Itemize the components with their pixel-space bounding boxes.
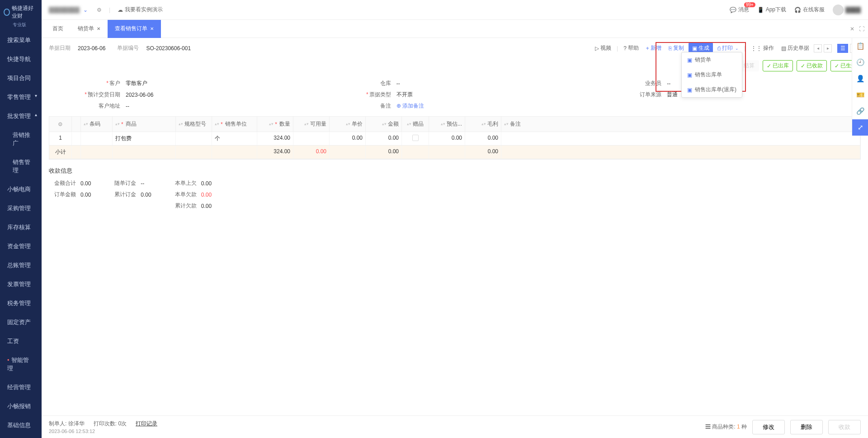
fullscreen-icon[interactable]: ⛶ xyxy=(859,26,864,32)
user-menu[interactable]: ████ xyxy=(833,5,861,15)
subtotal-profit: 0.00 xyxy=(465,146,501,159)
cell-price: 0.00 xyxy=(330,132,366,145)
col-spec[interactable]: ▴▾规格型号 xyxy=(176,117,212,132)
badge-outbound: ✓已出库 xyxy=(763,60,793,71)
check-icon: ✓ xyxy=(835,63,839,69)
col-remark[interactable]: ▴▾备注 xyxy=(501,117,860,132)
close-icon[interactable]: ✕ xyxy=(150,26,154,31)
nav-wholesale[interactable]: 批发管理 xyxy=(0,107,42,126)
nav-assets[interactable]: 固定资产 xyxy=(0,313,42,332)
nav-finance[interactable]: 资金管理 xyxy=(0,237,42,256)
customer-service[interactable]: 🎧 在线客服 xyxy=(794,6,825,14)
nav-ledger[interactable]: 总账管理 xyxy=(0,256,42,275)
gen-item-sales-doc[interactable]: ▣销货单 xyxy=(682,52,742,67)
prev-button[interactable]: ◂ xyxy=(814,44,822,52)
nav-sales-mgmt[interactable]: 销售管理 xyxy=(0,153,42,180)
col-barcode[interactable]: ▴▾条码 xyxy=(81,117,113,132)
col-price[interactable]: ▴▾单价 xyxy=(330,117,366,132)
company-name: ████████ xyxy=(49,7,80,13)
nav-inventory[interactable]: 库存核算 xyxy=(0,218,42,237)
messages-button[interactable]: 💬 消息 99+ xyxy=(730,6,749,14)
cum-owe-value: 0.00 xyxy=(201,203,212,209)
app-download[interactable]: 📱 App下载 xyxy=(757,6,786,14)
rail-person-icon[interactable]: 👤 xyxy=(852,71,868,87)
col-amount[interactable]: ▴▾金额 xyxy=(366,117,402,132)
payment-title: 收款信息 xyxy=(49,167,861,175)
company-selector[interactable]: ████████ ⌄ ⚙ xyxy=(49,7,102,13)
history-button[interactable]: ▤历史单据 xyxy=(778,42,812,54)
plus-circle-icon: ⊕ xyxy=(396,103,401,109)
close-all-icon[interactable]: ✕ xyxy=(850,26,854,32)
nav-purchase[interactable]: 采购管理 xyxy=(0,199,42,218)
nav-project[interactable]: 项目合同 xyxy=(0,69,42,88)
nav-expense[interactable]: 小畅报销 xyxy=(0,397,42,416)
new-button[interactable]: +新增 xyxy=(643,42,664,54)
source-value: 普通 xyxy=(667,91,678,99)
edit-button[interactable]: 修改 xyxy=(752,420,785,434)
collect-button[interactable]: 收款 xyxy=(828,420,861,434)
cum-deposit-label: 累计订金 xyxy=(109,191,141,198)
rail-link-icon[interactable]: 🔗 xyxy=(852,103,868,119)
this-owe-value: 0.00 xyxy=(201,192,212,198)
col-qty[interactable]: ▴▾*数量 xyxy=(257,117,293,132)
add-remark-link[interactable]: ⊕添加备注 xyxy=(396,102,424,110)
col-unit[interactable]: ▴▾*销售单位 xyxy=(212,117,257,132)
help-link[interactable]: ?帮助 xyxy=(621,42,642,54)
nav-smart[interactable]: 智能管理 xyxy=(0,351,42,378)
nav-tax[interactable]: 税务管理 xyxy=(0,294,42,313)
col-product[interactable]: ▴▾*商品 xyxy=(113,117,176,132)
nav-quick[interactable]: 快捷导航 xyxy=(0,50,42,69)
warehouse-value: -- xyxy=(396,80,400,87)
tab-sales-doc[interactable]: 销货单✕ xyxy=(71,20,108,38)
next-button[interactable]: ▸ xyxy=(824,44,832,52)
copy-icon: ⎘ xyxy=(669,45,672,52)
nav-marketing[interactable]: 营销推广 xyxy=(0,126,42,153)
tab-view-sales-order[interactable]: 查看销售订单✕ xyxy=(108,20,161,38)
nav-business[interactable]: 经营管理 xyxy=(0,378,42,397)
nav-basic[interactable]: 基础信息 xyxy=(0,416,42,435)
demo-link[interactable]: ☁ 我要看实例演示 xyxy=(118,6,163,14)
nav-invoice[interactable]: 发票管理 xyxy=(0,275,42,294)
grid-header: ⚙ ▴▾条码 ▴▾*商品 ▴▾规格型号 ▴▾*销售单位 ▴▾*数量 ▴▾可用量 … xyxy=(49,117,860,132)
logo-icon xyxy=(4,9,10,16)
col-avail[interactable]: ▴▾可用量 xyxy=(293,117,330,132)
gear-icon[interactable]: ⚙ xyxy=(97,7,102,13)
nav-search[interactable]: 搜索菜单 xyxy=(0,31,42,50)
rail-ticket-icon[interactable]: 🎫 xyxy=(852,87,868,103)
checkbox[interactable] xyxy=(412,135,419,141)
print-log-link[interactable]: 打印记录 xyxy=(136,420,157,428)
check-icon: ✓ xyxy=(801,63,805,69)
gen-item-outbound-return[interactable]: ▣销售出库单(退库) xyxy=(682,82,742,97)
rail-note-icon[interactable]: 📋 xyxy=(852,38,868,54)
nav-retail[interactable]: 零售管理 xyxy=(0,88,42,107)
col-profit[interactable]: ▴▾毛利 xyxy=(465,117,501,132)
cs-label: 在线客服 xyxy=(803,6,825,14)
col-settings[interactable]: ⚙ xyxy=(49,117,72,132)
cell-amount: 0.00 xyxy=(366,132,402,145)
ops-button[interactable]: ⋮⋮操作 xyxy=(748,42,777,54)
table-row[interactable]: 1 打包费 个 324.00 0.00 0.00 0.00 0.00 xyxy=(49,132,860,146)
gen-item-outbound[interactable]: ▣销售出库单 xyxy=(682,67,742,82)
col-est[interactable]: ▴▾预估... xyxy=(429,117,465,132)
view-list-button[interactable]: ☰ xyxy=(837,44,848,53)
separator: | xyxy=(109,7,110,13)
close-icon[interactable]: ✕ xyxy=(97,26,100,31)
subtotal-row: 小计 324.00 0.00 0.00 0.00 xyxy=(49,146,860,159)
nav-salary[interactable]: 工资 xyxy=(0,332,42,351)
col-gift[interactable]: ▴▾赠品 xyxy=(402,117,429,132)
form-grid: *客户零散客户 仓库-- 业务员-- *预计交货日期2023-06-06 *票据… xyxy=(42,76,868,116)
video-link[interactable]: ▷视频 xyxy=(592,42,614,54)
tab-home[interactable]: 首页 xyxy=(45,20,71,38)
subtotal-label: 小计 xyxy=(49,146,72,159)
right-rail: 📋 🕘 👤 🎫 🔗 ⤢ xyxy=(852,38,868,136)
message-icon: 💬 xyxy=(730,7,736,13)
gear-icon: ⚙ xyxy=(58,121,63,127)
delete-button[interactable]: 删除 xyxy=(790,420,823,434)
rail-history-icon[interactable]: 🕘 xyxy=(852,54,868,71)
nav-ecommerce[interactable]: 小畅电商 xyxy=(0,180,42,199)
rail-expand-icon[interactable]: ⤢ xyxy=(852,119,868,136)
source-label: 订单来源 xyxy=(590,91,667,99)
nav-settings-icon[interactable]: ⚙ xyxy=(0,435,42,438)
logo-edition: 专业版 xyxy=(0,22,42,28)
deposit-value: -- xyxy=(141,180,144,187)
